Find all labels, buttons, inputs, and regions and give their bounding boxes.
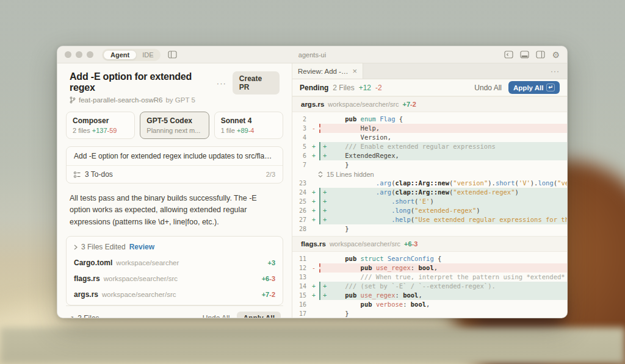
model-card-gpt5-codex[interactable]: GPT-5 Codex Planning next m...: [140, 112, 209, 139]
diff-line: 24++ .arg(clap::Arg::new("extended-regex…: [292, 188, 567, 197]
diff-line-body: + /// Enable extended regular expression…: [319, 142, 567, 151]
diff-line: 27++ .help("Use extended regular express…: [292, 215, 567, 224]
apply-all-button[interactable]: Apply All ↵: [508, 81, 560, 94]
zoom-window-button[interactable]: [87, 51, 93, 58]
diff-line: 4 Version,: [292, 133, 567, 142]
file-row-args-rs[interactable]: args.rs workspace/searcher/src +7-2: [67, 287, 283, 302]
file-diffstat: +6-3: [262, 275, 275, 282]
review-panel: Review: Add -E... × ··· Pending 2 Files …: [292, 63, 567, 318]
branch-author: by GPT 5: [165, 96, 195, 104]
model-card-sonnet4[interactable]: Sonnet 4 1 file +89-4: [214, 112, 283, 139]
file-name: Cargo.toml: [74, 259, 112, 267]
changed-files-toggle[interactable]: ↗ 3 Files: [68, 314, 99, 318]
settings-gear-icon[interactable]: ⚙: [552, 51, 560, 59]
diff-line: 28 }: [292, 224, 567, 234]
panel-left-icon[interactable]: [504, 51, 513, 59]
diff-line: 11 pub struct SearchConfig {: [292, 254, 567, 263]
file-path: workspace/searcher: [116, 259, 179, 266]
pending-files-count: 2 Files: [333, 84, 354, 92]
diff-line-body: pub use_regex: bool,: [319, 263, 567, 273]
apply-all-label: Apply All: [513, 84, 543, 91]
model-card-title: GPT-5 Codex: [146, 116, 202, 125]
review-tab-label: Review: Add -E...: [298, 68, 349, 75]
diff-line: 6++ ExtendedRegex,: [292, 151, 567, 160]
diff-line-body: + /// (set by `-E` / `--extended-regex`)…: [319, 282, 567, 291]
apply-all-button[interactable]: Apply All: [237, 312, 281, 318]
pending-added: +12: [359, 84, 371, 92]
undo-all-button[interactable]: Undo All: [203, 314, 230, 318]
review-link[interactable]: Review: [129, 243, 154, 251]
git-branch-icon: [70, 96, 76, 104]
diff-line-body: /// When true, interpret the pattern usi…: [319, 273, 567, 282]
view-segmented-control[interactable]: Agent IDE: [102, 49, 161, 61]
task-title: Add -E option for extended regex: [70, 71, 217, 93]
diff-line: 7 }: [292, 160, 567, 170]
agent-panel: Add -E option for extended regex ··· Cre…: [57, 63, 292, 318]
todos-row[interactable]: 3 To-dos 2/3: [67, 166, 283, 183]
pending-removed: -2: [375, 84, 382, 92]
file-name: args.rs: [74, 290, 98, 299]
diff-line-body: }: [319, 224, 567, 234]
diff-code-block: 2 pub enum Flag {3- Help,4 Version,5++ /…: [292, 112, 567, 236]
diff-file-header[interactable]: flags.rsworkspace/searcher/src+6-3: [292, 236, 567, 252]
panel-right-icon[interactable]: [536, 51, 545, 59]
files-edited-header[interactable]: 3 Files Edited Review: [67, 239, 283, 255]
file-diffstat: +3: [267, 259, 275, 266]
tab-ide[interactable]: IDE: [137, 50, 159, 60]
diff-files: args.rsworkspace/searcher/src+7-22 pub e…: [292, 96, 567, 318]
diff-line-body: + .long("extended-regex"): [319, 206, 567, 215]
close-window-button[interactable]: [65, 51, 71, 58]
diff-line-body: + pub use_regex: bool,: [319, 291, 567, 300]
file-name: flags.rs: [74, 274, 100, 283]
window-controls[interactable]: [65, 51, 93, 58]
panel-bottom-icon[interactable]: [520, 51, 529, 59]
diff-line: 23 .arg(clap::Arg::new("version").short(…: [292, 179, 567, 188]
close-tab-icon[interactable]: ×: [352, 66, 357, 76]
diff-line-body: + .short('E'): [319, 197, 567, 206]
review-tab[interactable]: Review: Add -E... ×: [292, 63, 363, 79]
diff-line: 3- Help,: [292, 124, 567, 133]
hidden-lines-row[interactable]: 15 Lines hidden: [292, 170, 567, 179]
diff-line-body: Help,: [319, 124, 567, 133]
task-card-text: Add -E option for extended regex include…: [67, 147, 283, 166]
diff-line: 2 pub enum Flag {: [292, 115, 567, 124]
model-card-stats: 1 file +89-4: [221, 127, 276, 134]
model-card-composer[interactable]: Composer 2 files +137-59: [66, 112, 135, 139]
file-row-flags-rs[interactable]: flags.rs workspace/searcher/src +6-3: [67, 271, 283, 287]
diff-line-body: .arg(clap::Arg::new("version").short('V'…: [319, 179, 567, 188]
tab-agent[interactable]: Agent: [103, 50, 137, 60]
diff-line-body: pub struct SearchConfig {: [319, 254, 567, 263]
diff-line: 15++ pub use_regex: bool,: [292, 291, 567, 300]
undo-all-button[interactable]: Undo All: [474, 84, 502, 92]
task-menu-button[interactable]: ···: [217, 79, 226, 88]
todos-label: 3 To-dos: [85, 170, 113, 179]
task-card[interactable]: Add -E option for extended regex include…: [66, 146, 283, 184]
diff-line-body: }: [319, 160, 567, 170]
arrow-up-right-icon: ↗: [68, 315, 74, 318]
editor-tabstrip: Review: Add -E... × ···: [292, 63, 567, 79]
titlebar: Agent IDE agents-ui ⚙: [57, 46, 567, 63]
diff-line: 25++ .short('E'): [292, 197, 567, 206]
pending-summary-bar: Pending 2 Files +12 -2 Undo All Apply Al…: [292, 79, 567, 96]
app-window: Agent IDE agents-ui ⚙ Add -E option for: [57, 46, 568, 318]
sidebar-toggle-icon[interactable]: [168, 51, 177, 59]
create-pr-button[interactable]: Create PR: [233, 71, 280, 95]
branch-name[interactable]: feat-parallel-search-oswR6: [79, 96, 162, 104]
file-diffstat: +7-2: [262, 291, 275, 298]
diff-line-body: + .help("Use extended regular expression…: [319, 215, 567, 224]
files-edited-card: 3 Files Edited Review Cargo.toml workspa…: [66, 236, 283, 305]
diff-line-body: Version,: [319, 133, 567, 142]
diff-line: 12- pub use_regex: bool,: [292, 263, 567, 273]
painting-ground: [0, 327, 625, 364]
diff-file-header[interactable]: args.rsworkspace/searcher/src+7-2: [292, 96, 567, 112]
file-row-cargo-toml[interactable]: Cargo.toml workspace/searcher +3: [67, 255, 283, 271]
pending-label: Pending: [300, 84, 328, 92]
diff-line: 5++ /// Enable extended regular expressi…: [292, 142, 567, 151]
return-key-icon: ↵: [546, 84, 555, 91]
diff-line-body: + ExtendedRegex,: [319, 151, 567, 160]
expand-updown-icon: [318, 171, 323, 177]
diff-line-body: pub enum Flag {: [319, 115, 567, 124]
minimize-window-button[interactable]: [76, 51, 82, 58]
diff-line-body: pub verbose: bool,: [319, 300, 567, 309]
tabstrip-menu-button[interactable]: ···: [551, 67, 567, 76]
